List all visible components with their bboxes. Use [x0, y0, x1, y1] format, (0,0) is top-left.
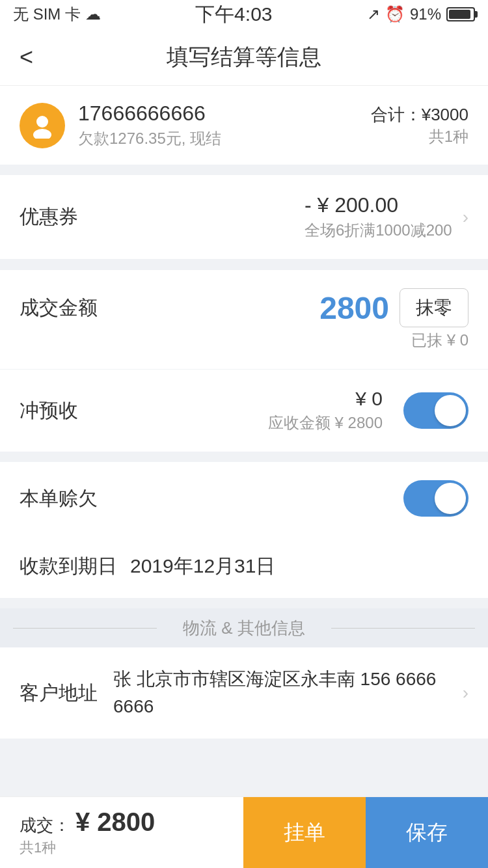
header: < 填写结算等信息 — [0, 29, 488, 86]
discount-label: 优惠券 — [20, 204, 78, 230]
chong-amount: ¥ 0 — [268, 388, 383, 410]
chong-section: 冲预收 ¥ 0 应收金额 ¥ 2800 — [0, 370, 488, 452]
status-right: ↗ ⏰ 91% — [367, 5, 475, 23]
customer-total: 合计：¥3000 共1种 — [371, 103, 468, 147]
bendan-toggle[interactable] — [403, 480, 468, 517]
address-section[interactable]: 客户地址 张 北京市市辖区海淀区永丰南 156 6666 6666 › — [0, 647, 488, 739]
sim-status: 无 SIM 卡 ☁ — [13, 4, 101, 25]
total-label: 合计：¥3000 — [371, 103, 468, 126]
address-chevron-icon: › — [463, 683, 468, 703]
svg-point-0 — [36, 116, 48, 128]
bottom-deal-count: 共1种 — [20, 838, 224, 858]
discount-right: - ¥ 200.00 全场6折满1000减200 › — [305, 193, 468, 241]
logistics-divider: 物流 & 其他信息 — [0, 608, 488, 647]
deal-amount-row: 成交金额 2800 抹零 — [20, 288, 468, 327]
chong-info: ¥ 0 应收金额 ¥ 2800 — [268, 388, 383, 433]
chong-sub: 应收金额 ¥ 2800 — [268, 413, 383, 433]
duedate-section: 收款到期日 2019年12月31日 — [0, 535, 488, 598]
customer-info: 17666666666 欠款1276.35元, 现结 — [78, 102, 221, 149]
bottom-deal-label: 成交： — [20, 814, 70, 837]
discount-amount: - ¥ 200.00 — [305, 193, 452, 217]
divider-right — [331, 628, 475, 629]
round-button[interactable]: 抹零 — [400, 288, 468, 327]
status-left: 无 SIM 卡 ☁ — [13, 4, 101, 25]
customer-card: 17666666666 欠款1276.35元, 现结 合计：¥3000 共1种 — [0, 86, 488, 165]
divider-left — [13, 628, 157, 629]
clock-icon: ⏰ — [385, 5, 405, 23]
total-count: 共1种 — [371, 126, 468, 147]
bottom-deal-amount: ¥ 2800 — [75, 807, 155, 837]
customer-left: 17666666666 欠款1276.35元, 现结 — [20, 102, 221, 149]
svg-point-1 — [33, 129, 51, 139]
customer-phone: 17666666666 — [78, 102, 221, 126]
battery-percent: 91% — [410, 5, 441, 23]
chong-right: ¥ 0 应收金额 ¥ 2800 — [268, 388, 468, 433]
back-button[interactable]: < — [20, 44, 59, 71]
section-divider-2 — [0, 452, 488, 462]
logistics-text: 物流 & 其他信息 — [183, 617, 305, 640]
discount-row[interactable]: 优惠券 - ¥ 200.00 全场6折满1000减200 › — [0, 175, 488, 260]
bottom-info: 成交： ¥ 2800 共1种 — [0, 807, 243, 858]
bendan-label: 本单赊欠 — [20, 485, 98, 512]
save-button[interactable]: 保存 — [366, 797, 488, 869]
bottom-deal-row: 成交： ¥ 2800 — [20, 807, 224, 837]
main-content: 17666666666 欠款1276.35元, 现结 合计：¥3000 共1种 … — [0, 86, 488, 868]
section-divider-1 — [0, 260, 488, 270]
duedate-label: 收款到期日 — [20, 553, 117, 580]
battery-icon — [446, 7, 475, 21]
status-bar: 无 SIM 卡 ☁ 下午4:03 ↗ ⏰ 91% — [0, 0, 488, 29]
deal-amount-section: 成交金额 2800 抹零 已抹 ¥ 0 — [0, 270, 488, 370]
duedate-value: 2019年12月31日 — [130, 553, 275, 580]
address-label: 客户地址 — [20, 680, 98, 707]
bendan-section: 本单赊欠 — [0, 462, 488, 535]
deal-amount-right: 2800 抹零 — [319, 288, 468, 327]
chong-label: 冲预收 — [20, 398, 78, 424]
hang-button[interactable]: 挂单 — [243, 797, 366, 869]
location-icon: ↗ — [367, 5, 380, 23]
chevron-right-icon: › — [463, 207, 468, 228]
discount-sub: 全场6折满1000减200 — [305, 220, 452, 241]
deal-amount-value: 2800 — [319, 290, 389, 326]
status-time: 下午4:03 — [195, 1, 272, 28]
chong-toggle[interactable] — [403, 392, 468, 429]
avatar — [20, 103, 65, 148]
deal-amount-sub: 已抹 ¥ 0 — [20, 330, 468, 351]
deal-amount-label: 成交金额 — [20, 295, 98, 321]
customer-sub: 欠款1276.35元, 现结 — [78, 128, 221, 149]
address-value: 张 北京市市辖区海淀区永丰南 156 6666 6666 — [113, 666, 463, 720]
bottom-bar: 成交： ¥ 2800 共1种 挂单 保存 — [0, 796, 488, 868]
page-title: 填写结算等信息 — [167, 42, 321, 72]
